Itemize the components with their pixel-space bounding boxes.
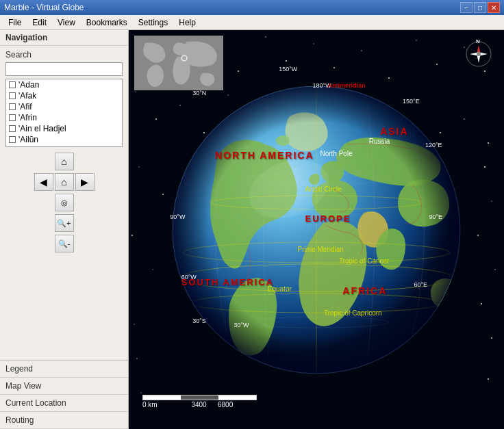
- menu-settings[interactable]: Settings: [133, 16, 173, 29]
- close-button[interactable]: ✕: [488, 2, 500, 13]
- list-item[interactable]: 'Ailūn: [6, 134, 122, 145]
- scale-seg-3: [218, 395, 256, 400]
- svg-point-47: [481, 303, 482, 304]
- menu-view[interactable]: View: [52, 16, 81, 29]
- list-item[interactable]: 'Afif: [6, 101, 122, 112]
- places-list[interactable]: 'Adan 'Afak 'Afif 'Afrin 'Ain el Hadjel: [5, 79, 123, 147]
- label-north-pole: North Pole: [320, 150, 352, 157]
- checkbox-afak[interactable]: [9, 92, 16, 99]
- svg-text:N: N: [476, 38, 480, 44]
- checkbox-ain[interactable]: [9, 125, 16, 132]
- svg-point-11: [388, 77, 390, 79]
- checkbox-ailun[interactable]: [9, 136, 16, 143]
- place-name: 'Afif: [18, 102, 32, 112]
- back-button[interactable]: ◀: [34, 173, 53, 191]
- label-north-america: North America: [215, 150, 314, 161]
- svg-point-52: [140, 392, 141, 393]
- checkbox-afrin[interactable]: [9, 114, 16, 121]
- deg-60w: 60°W: [181, 274, 197, 281]
- svg-point-6: [265, 36, 266, 38]
- map-area[interactable]: North America Asia Europe South America …: [129, 30, 504, 429]
- search-label: Search: [0, 46, 128, 61]
- navigation-header: Navigation: [0, 30, 128, 46]
- svg-point-46: [494, 269, 496, 270]
- svg-point-9: [333, 67, 335, 68]
- label-tropic-cancer: Tropic of Cancer: [339, 257, 390, 265]
- svg-point-44: [491, 200, 492, 201]
- label-equator: Equator: [268, 285, 292, 293]
- place-name: 'Afak: [18, 91, 36, 101]
- location-button[interactable]: ◎: [55, 194, 74, 211]
- tab-routing[interactable]: Routing: [0, 412, 128, 429]
- label-prime-meridian: Prime Meridian: [298, 246, 344, 253]
- titlebar-buttons[interactable]: − □ ✕: [460, 2, 500, 13]
- svg-point-17: [155, 118, 157, 120]
- place-name: 'Afrin: [18, 113, 37, 122]
- globe-svg[interactable]: [169, 83, 464, 377]
- svg-point-48: [134, 324, 134, 324]
- deg-30s: 30°S: [192, 317, 206, 324]
- tab-legend[interactable]: Legend: [0, 361, 128, 378]
- label-russia: Russia: [369, 138, 390, 145]
- search-input[interactable]: [5, 62, 123, 76]
- minimap: [134, 36, 223, 90]
- svg-point-10: [361, 50, 362, 51]
- minimize-button[interactable]: −: [460, 2, 473, 13]
- scale-seg-1: [143, 395, 181, 400]
- place-name: 'Ain el Hadjel: [18, 124, 66, 133]
- list-item[interactable]: 'Adan: [6, 79, 122, 90]
- deg-30n: 30°N: [192, 90, 206, 96]
- list-item[interactable]: 'Afrin: [6, 112, 122, 123]
- list-item[interactable]: 'Afak: [6, 90, 122, 101]
- svg-point-30: [464, 118, 465, 120]
- scale-seg-2: [181, 395, 218, 400]
- menu-bookmarks[interactable]: Bookmarks: [81, 16, 133, 29]
- tab-current-location[interactable]: Current Location: [0, 395, 128, 412]
- checkbox-adan[interactable]: [9, 81, 16, 88]
- home-center-button[interactable]: ⌂: [55, 173, 74, 191]
- svg-point-51: [488, 378, 489, 380]
- scale-label-0: 0 km: [142, 401, 180, 408]
- maximize-button[interactable]: □: [474, 2, 486, 13]
- menu-file[interactable]: File: [3, 16, 27, 29]
- svg-point-8: [313, 43, 314, 44]
- label-asia: Asia: [380, 126, 408, 137]
- window-title: Marble - Virtual Globe: [4, 3, 84, 12]
- zoom-in-button[interactable]: 🔍+: [55, 214, 74, 232]
- zoom-in-row: 🔍+: [55, 214, 74, 232]
- menu-edit[interactable]: Edit: [27, 16, 52, 29]
- nav-btn-row: ◀ ⌂ ▶: [34, 173, 94, 191]
- home-button[interactable]: ⌂: [55, 153, 74, 170]
- svg-point-12: [416, 40, 416, 40]
- svg-point-31: [488, 142, 489, 144]
- sidebar: Navigation Search 'Adan 'Afak 'Afif: [0, 30, 129, 429]
- deg-30w: 30°W: [234, 322, 249, 328]
- svg-point-32: [138, 166, 139, 167]
- main-layout: Navigation Search 'Adan 'Afak 'Afif: [0, 30, 504, 429]
- list-item[interactable]: 'Ain el Hadjel: [6, 123, 122, 134]
- svg-point-73: [477, 52, 481, 56]
- compass-svg: N: [462, 37, 496, 71]
- svg-point-49: [491, 337, 492, 339]
- menubar: File Edit View Bookmarks Settings Help: [0, 15, 504, 30]
- label-africa: Africa: [342, 285, 387, 296]
- svg-point-39: [131, 235, 133, 236]
- nav-controls: ⌂ ◀ ⌂ ▶ ◎ 🔍+ 🔍-: [0, 147, 128, 258]
- zoom-out-button[interactable]: 🔍-: [55, 235, 74, 252]
- forward-button[interactable]: ▶: [75, 173, 94, 191]
- label-antimeridian: Antimeridian: [327, 82, 365, 89]
- checkbox-afif[interactable]: [9, 103, 16, 110]
- tab-map-view[interactable]: Map View: [0, 378, 128, 395]
- menu-help[interactable]: Help: [173, 16, 201, 29]
- scale-ruler: [142, 395, 257, 400]
- scale-bar: 0 km 3400 6800: [142, 395, 257, 408]
- deg-150w: 150°W: [279, 66, 297, 73]
- scale-labels: 0 km 3400 6800: [142, 401, 233, 408]
- place-name: 'Ailūn: [18, 135, 38, 144]
- svg-point-5: [238, 70, 239, 72]
- scale-label-3400: 3400: [180, 401, 218, 408]
- scale-label-6800: 6800: [218, 401, 233, 408]
- svg-point-16: [135, 91, 136, 92]
- svg-point-62: [173, 86, 460, 374]
- label-tropic-capricorn: Tropic of Capricorn: [324, 309, 382, 317]
